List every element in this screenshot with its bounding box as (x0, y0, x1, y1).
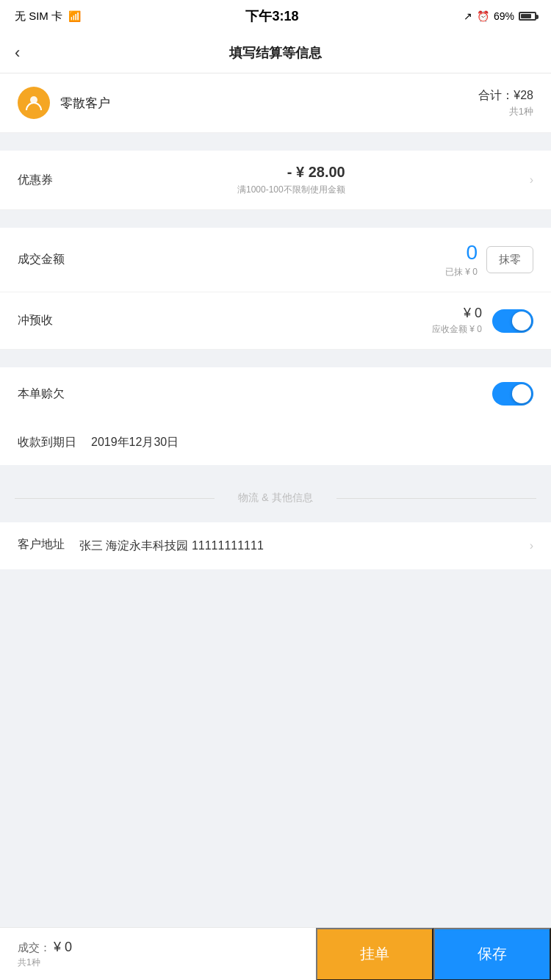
debit-section: 本单赊欠 收款到期日 2019年12月30日 (0, 367, 551, 465)
bottom-info: 成交： ¥ 0 共1种 (0, 940, 316, 969)
status-bar: 无 SIM 卡 📶 下午3:18 ↗ ⏰ 69% (0, 0, 551, 32)
coupon-desc: 满1000-100不限制使用金额 (237, 184, 345, 196)
prepaid-toggle[interactable] (492, 309, 533, 333)
alarm-icon: ⏰ (477, 10, 489, 22)
customer-section: 零散客户 合计：¥28 共1种 (0, 73, 551, 133)
debit-toggle[interactable] (492, 382, 533, 406)
prepaid-right: ¥ 0 应收金额 ¥ 0 (432, 306, 533, 336)
address-value: 张三 海淀永丰科技园 11111111111 (79, 537, 264, 555)
transaction-section: 成交金额 0 已抹 ¥ 0 抹零 冲预收 ¥ 0 应收金额 ¥ 0 (0, 228, 551, 350)
prepaid-amount-area: ¥ 0 应收金额 ¥ 0 (432, 306, 482, 336)
coupon-row[interactable]: 优惠券 - ¥ 28.00 满1000-100不限制使用金额 › (0, 151, 551, 210)
wifi-icon: 📶 (68, 10, 81, 22)
save-button[interactable]: 保存 (433, 928, 551, 981)
customer-name: 零散客户 (60, 95, 110, 112)
address-row[interactable]: 客户地址 张三 海淀永丰科技园 11111111111 › (0, 522, 551, 569)
debit-toggle-knob (512, 384, 531, 403)
transaction-value[interactable]: 0 (445, 241, 478, 264)
customer-row: 零散客户 合计：¥28 共1种 (0, 73, 551, 133)
debit-row: 本单赊欠 (0, 367, 551, 420)
location-icon: ↗ (464, 10, 472, 22)
page-title: 填写结算等信息 (229, 44, 322, 62)
coupon-right: - ¥ 28.00 满1000-100不限制使用金额 (237, 164, 345, 196)
customer-total: 合计：¥28 共1种 (478, 88, 533, 118)
total-count-text: 共1种 (478, 105, 533, 118)
address-left: 客户地址 张三 海淀永丰科技园 11111111111 (18, 537, 264, 555)
prepaid-sub: 应收金额 ¥ 0 (432, 323, 482, 336)
deal-amount: ¥ 0 (54, 940, 72, 955)
transaction-right: 0 已抹 ¥ 0 抹零 (445, 241, 533, 278)
carrier-text: 无 SIM 卡 (15, 10, 62, 24)
total-amount-text: 合计：¥28 (478, 88, 533, 104)
battery-percent: 69% (494, 10, 514, 22)
coupon-chevron: › (530, 173, 533, 187)
coupon-amount: - ¥ 28.00 (237, 164, 345, 181)
duedate-value[interactable]: 2019年12月30日 (91, 435, 179, 450)
customer-left: 零散客户 (18, 87, 110, 119)
bottom-bar: 成交： ¥ 0 共1种 挂单 保存 (0, 927, 551, 980)
divider-line-left (15, 498, 215, 499)
status-time: 下午3:18 (245, 7, 298, 25)
transaction-label: 成交金额 (18, 252, 65, 267)
deal-count: 共1种 (18, 956, 298, 969)
bottom-deal-row: 成交： ¥ 0 (18, 940, 298, 955)
duedate-row: 收款到期日 2019年12月30日 (0, 420, 551, 465)
back-button[interactable]: ‹ (9, 37, 26, 68)
nav-bar: ‹ 填写结算等信息 (0, 32, 551, 73)
prepaid-amount: ¥ 0 (432, 306, 482, 321)
hang-button[interactable]: 挂单 (316, 928, 433, 981)
main-content: 零散客户 合计：¥28 共1种 优惠券 - ¥ 28.00 满1000-100不… (0, 73, 551, 696)
round-off-button[interactable]: 抹零 (486, 246, 533, 273)
battery-icon (519, 12, 536, 21)
divider-line-right (336, 498, 536, 499)
deal-label: 成交： (18, 941, 51, 955)
amount-input-area: 0 已抹 ¥ 0 (445, 241, 478, 278)
address-chevron: › (530, 539, 533, 552)
coupon-label: 优惠券 (18, 173, 53, 188)
status-left: 无 SIM 卡 📶 (15, 10, 81, 24)
prepaid-label: 冲预收 (18, 313, 53, 328)
empty-area (0, 578, 551, 696)
prepaid-row: 冲预收 ¥ 0 应收金额 ¥ 0 (0, 292, 551, 350)
address-section: 客户地址 张三 海淀永丰科技园 11111111111 › (0, 522, 551, 569)
debit-label: 本单赊欠 (18, 386, 65, 402)
transaction-row: 成交金额 0 已抹 ¥ 0 抹零 (0, 228, 551, 292)
avatar (18, 87, 50, 119)
duedate-label: 收款到期日 (18, 435, 76, 450)
logistics-divider: 物流 & 其他信息 (0, 483, 551, 514)
logistics-label: 物流 & 其他信息 (238, 491, 312, 505)
transaction-sub: 已抹 ¥ 0 (445, 266, 478, 278)
coupon-section[interactable]: 优惠券 - ¥ 28.00 满1000-100不限制使用金额 › (0, 151, 551, 210)
address-label: 客户地址 (18, 537, 65, 552)
status-right: ↗ ⏰ 69% (464, 10, 536, 22)
toggle-knob (512, 311, 531, 331)
